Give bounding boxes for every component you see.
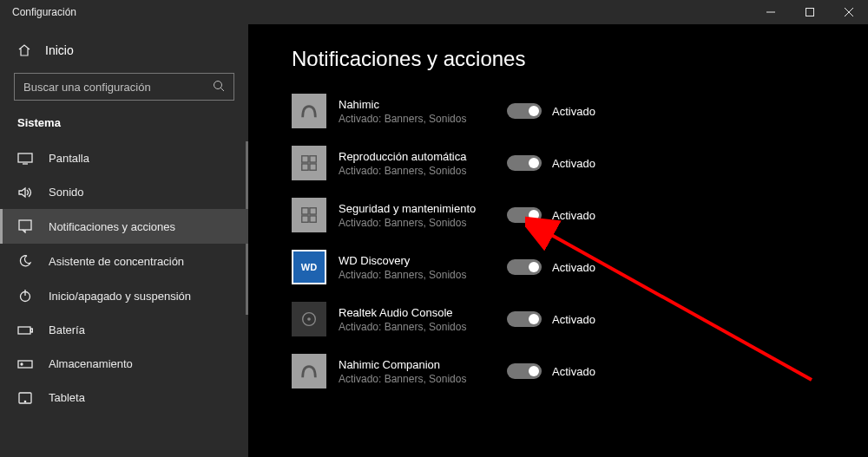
app-name: Nahimic Companion — [339, 358, 466, 371]
svg-rect-18 — [310, 156, 316, 162]
toggle-label: Activado — [552, 105, 595, 118]
tablet-icon — [17, 392, 33, 404]
toggle-label: Activado — [552, 313, 595, 326]
app-name: WD Discovery — [339, 254, 466, 267]
home-label: Inicio — [45, 43, 74, 57]
nav-label: Almacenamiento — [49, 357, 133, 370]
nav-item-inicio-apagado[interactable]: Inicio/apagado y suspensión — [0, 278, 248, 313]
titlebar: Configuración — [0, 0, 868, 24]
nav-list: Pantalla Sonido Notificaciones y accione… — [0, 141, 248, 457]
display-icon — [17, 153, 33, 165]
svg-line-5 — [221, 88, 225, 91]
toggle-label: Activado — [552, 261, 595, 274]
app-row-realtek[interactable]: Realtek Audio Console Activado: Banners,… — [292, 302, 868, 336]
sidebar: Inicio Sistema Pantalla — [0, 24, 248, 457]
power-icon — [17, 289, 33, 303]
home-button[interactable]: Inicio — [0, 33, 248, 69]
svg-rect-20 — [310, 164, 316, 170]
nav-item-pantalla[interactable]: Pantalla — [0, 141, 248, 175]
notification-icon — [17, 219, 33, 233]
app-icon — [292, 198, 326, 232]
svg-rect-24 — [310, 216, 316, 222]
focus-icon — [17, 254, 33, 268]
nav-label: Batería — [49, 323, 85, 336]
toggle-switch[interactable] — [507, 363, 542, 379]
svg-point-26 — [307, 317, 311, 321]
nav-label: Sonido — [49, 186, 83, 199]
window-title: Configuración — [0, 6, 76, 18]
nav-label: Tableta — [49, 391, 85, 404]
app-status: Activado: Banners, Sonidos — [339, 113, 466, 125]
category-title: Sistema — [0, 116, 248, 141]
app-icon — [292, 94, 326, 128]
svg-rect-21 — [302, 208, 308, 214]
home-icon — [17, 43, 31, 57]
toggle-label: Activado — [552, 157, 595, 170]
nav-label: Pantalla — [49, 152, 89, 165]
nav-item-bateria[interactable]: Batería — [0, 313, 248, 347]
app-name: Nahimic — [339, 98, 466, 111]
app-name: Seguridad y mantenimiento — [339, 202, 476, 215]
svg-point-14 — [21, 363, 23, 365]
svg-rect-12 — [31, 329, 33, 332]
app-row-reproduccion[interactable]: Reproducción automática Activado: Banner… — [292, 146, 868, 180]
app-status: Activado: Banners, Sonidos — [339, 165, 466, 177]
nav-item-sonido[interactable]: Sonido — [0, 175, 248, 209]
app-name: Realtek Audio Console — [339, 306, 466, 319]
minimize-button[interactable] — [751, 0, 790, 24]
app-row-nahimic-companion[interactable]: Nahimic Companion Activado: Banners, Son… — [292, 354, 868, 388]
app-status: Activado: Banners, Sonidos — [339, 269, 466, 281]
nav-item-almacenamiento[interactable]: Almacenamiento — [0, 347, 248, 381]
app-name: Reproducción automática — [339, 150, 466, 163]
app-row-wd-discovery[interactable]: WD WD Discovery Activado: Banners, Sonid… — [292, 250, 868, 284]
sound-icon — [17, 186, 33, 199]
nav-item-concentracion[interactable]: Asistente de concentración — [0, 244, 248, 278]
nav-item-tableta[interactable]: Tableta — [0, 381, 248, 415]
main-content: Notificaciones y acciones Nahimic Activa… — [248, 24, 868, 457]
svg-rect-23 — [302, 216, 308, 222]
maximize-button[interactable] — [790, 0, 829, 24]
toggle-switch[interactable] — [507, 311, 542, 327]
toggle-switch[interactable] — [507, 207, 542, 223]
toggle-switch[interactable] — [507, 259, 542, 275]
svg-point-4 — [214, 81, 222, 88]
app-icon — [292, 302, 326, 336]
app-status: Activado: Banners, Sonidos — [339, 373, 466, 385]
toggle-label: Activado — [552, 365, 595, 378]
search-box[interactable] — [14, 73, 234, 101]
svg-point-16 — [24, 401, 25, 402]
svg-rect-1 — [806, 9, 813, 16]
app-status: Activado: Banners, Sonidos — [339, 217, 476, 229]
nav-label: Notificaciones y acciones — [49, 220, 175, 233]
app-icon: WD — [292, 250, 326, 284]
svg-rect-19 — [302, 164, 308, 170]
app-row-seguridad[interactable]: Seguridad y mantenimiento Activado: Bann… — [292, 198, 868, 232]
svg-rect-22 — [310, 208, 316, 214]
app-icon — [292, 146, 326, 180]
svg-rect-6 — [18, 153, 32, 162]
app-row-nahimic[interactable]: Nahimic Activado: Banners, Sonidos Activ… — [292, 94, 868, 128]
storage-icon — [17, 359, 33, 369]
nav-item-notificaciones[interactable]: Notificaciones y acciones — [0, 209, 248, 244]
app-icon — [292, 354, 326, 388]
nav-label: Inicio/apagado y suspensión — [49, 290, 191, 303]
close-button[interactable] — [829, 0, 868, 24]
svg-rect-17 — [302, 156, 308, 162]
app-status: Activado: Banners, Sonidos — [339, 321, 466, 333]
search-input[interactable] — [23, 81, 213, 94]
svg-rect-8 — [19, 220, 31, 230]
toggle-switch[interactable] — [507, 103, 542, 119]
app-list: Nahimic Activado: Banners, Sonidos Activ… — [292, 94, 868, 388]
search-icon — [213, 80, 225, 95]
battery-icon — [17, 325, 33, 336]
svg-rect-11 — [18, 327, 30, 334]
toggle-label: Activado — [552, 209, 595, 222]
nav-label: Asistente de concentración — [49, 255, 184, 268]
toggle-switch[interactable] — [507, 155, 542, 171]
page-title: Notificaciones y acciones — [292, 47, 868, 71]
